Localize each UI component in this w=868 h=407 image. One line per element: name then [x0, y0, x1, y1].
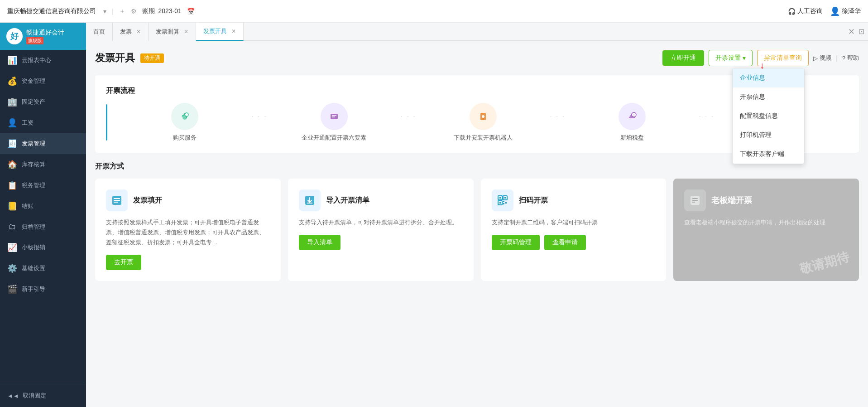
flow-divider — [106, 104, 115, 141]
scan-card-header: 扫码开票 — [492, 189, 656, 211]
flow-step-buy-label: 购买服务 — [173, 134, 197, 142]
tab-expand-icon[interactable]: ⊡ — [858, 27, 864, 36]
sidebar-item-settlement[interactable]: 📒 结账 — [0, 196, 86, 217]
archive-icon: 🗂 — [7, 222, 17, 232]
boss-card-icon — [684, 189, 706, 211]
svg-rect-7 — [331, 114, 338, 119]
page-content: 发票开具 待开通 立即开通 开票设置 ▾ 异常清单查询 ▷ 视频 | — [86, 41, 868, 407]
dropdown-arrow-icon: ▾ — [743, 54, 746, 62]
logo-badge: 旗舰版 — [26, 37, 43, 44]
sidebar-item-label: 工资 — [22, 119, 34, 127]
sidebar-item-cloud-report[interactable]: 📊 云报表中心 — [0, 50, 86, 71]
separator: | — [836, 54, 838, 62]
tab-invoice-calc[interactable]: 发票测算 ✕ — [149, 23, 196, 41]
scan-card-actions: 开票码管理 查看申请 — [492, 235, 656, 250]
headset-icon: 🎧 — [788, 8, 796, 15]
content-area: 首页 发票 ✕ 发票测算 ✕ 发票开具 ✕ ✕ ⊡ — [86, 23, 868, 407]
import-list-btn[interactable]: 导入清单 — [299, 235, 340, 250]
company-dropdown-icon[interactable]: ▾ — [103, 8, 106, 15]
logo-text: 畅捷通好会计 — [26, 28, 64, 36]
dropdown-item-download-client[interactable]: 下载开票客户端 — [733, 145, 804, 164]
fill-card-icon — [106, 189, 128, 211]
sidebar-item-label: 库存核算 — [22, 160, 45, 169]
tab-bar: 首页 发票 ✕ 发票测算 ✕ 发票开具 ✕ ✕ ⊡ — [86, 23, 868, 41]
tab-invoice[interactable]: 发票 ✕ — [113, 23, 149, 41]
tab-invoice-calc-close[interactable]: ✕ — [184, 29, 188, 35]
sidebar-item-tax[interactable]: 📋 税务管理 — [0, 175, 86, 196]
import-card-desc: 支持导入待开票清单，可对待开票清单进行拆分、合并处理。 — [299, 218, 463, 228]
boss-card-title: 老板端开票 — [711, 195, 752, 206]
fill-card-header: 发票填开 — [106, 189, 270, 211]
config-step-icon — [321, 103, 348, 130]
user-info[interactable]: 👤 徐泽华 — [830, 6, 861, 16]
sidebar-item-guide[interactable]: 🎬 新手引导 — [0, 279, 86, 300]
svg-point-12 — [482, 115, 484, 118]
tab-invoice-close[interactable]: ✕ — [136, 29, 141, 35]
dropdown-item-invoice-info[interactable]: 开票信息 — [733, 87, 804, 107]
connector3: · · · — [550, 112, 565, 120]
methods-section: 开票方式 — [95, 162, 859, 281]
dropdown-item-company[interactable]: 企业信息 — [733, 68, 804, 87]
sidebar-item-fixed-assets[interactable]: 🏢 固定资产 — [0, 92, 86, 112]
settings-icon[interactable]: ⚙ — [131, 8, 137, 15]
connector2: · · · — [401, 112, 416, 120]
sidebar-item-finance[interactable]: 💰 资金管理 — [0, 71, 86, 92]
calendar-icon[interactable]: 📅 — [187, 8, 195, 15]
sidebar-item-expense[interactable]: 📈 小畅报销 — [0, 237, 86, 258]
add-company-icon[interactable]: ＋ — [119, 7, 125, 15]
company-name[interactable]: 重庆畅捷交通信息咨询有限公司 — [7, 7, 96, 15]
finance-icon: 💰 — [7, 76, 17, 86]
abnormal-btn[interactable]: 异常清单查询 — [757, 50, 809, 66]
flow-step-download-label: 下载并安装开票机器人 — [454, 134, 513, 142]
sidebar-item-label: 小畅报销 — [22, 243, 45, 252]
flow-step-buy: + 购买服务 — [118, 103, 252, 142]
dropdown-item-printer[interactable]: 打印机管理 — [733, 126, 804, 145]
dropdown-item-tax-config[interactable]: 配置税盘信息 — [733, 107, 804, 126]
activate-btn[interactable]: 立即开通 — [662, 50, 704, 66]
sidebar-item-label: 云报表中心 — [22, 56, 51, 64]
svg-rect-35 — [503, 201, 504, 202]
method-card-import: 导入开票清单 支持导入待开票清单，可对待开票清单进行拆分、合并处理。 导入清单 — [288, 179, 474, 281]
method-card-fill: 发票填开 支持按照发票样式手工填开发票；可开具增值税电子普通发票、增值税普通发票… — [95, 179, 281, 281]
sidebar-logo: 好 畅捷通好会计 旗舰版 — [0, 23, 86, 50]
payroll-icon: 👤 — [7, 118, 17, 128]
fill-go-btn[interactable]: 去开票 — [106, 255, 141, 270]
boss-card-header: 老板端开票 — [684, 189, 848, 211]
scan-card-desc: 支持定制开票二维码，客户端可扫码开票 — [492, 218, 656, 228]
sidebar-item-payroll[interactable]: 👤 工资 — [0, 112, 86, 133]
sidebar-item-archive[interactable]: 🗂 归档管理 — [0, 217, 86, 237]
connector1: · · · — [252, 112, 267, 120]
flow-step-tax: + 新增税盘 — [566, 103, 699, 142]
video-btn[interactable]: ▷ 视频 — [813, 54, 831, 62]
top-bar-right: 🎧 人工咨询 👤 徐泽华 — [788, 6, 861, 16]
svg-rect-34 — [499, 202, 501, 204]
method-card-boss: 老板端开票 查看老板端小程序提交的开票申请，并作出相应的处理 敬请期待 — [673, 179, 859, 281]
tab-invoice-issue[interactable]: 发票开具 ✕ — [196, 23, 244, 41]
sidebar-item-inventory[interactable]: 🏠 库存核算 — [0, 154, 86, 175]
divider: | — [112, 8, 114, 15]
fill-card-title: 发票填开 — [133, 196, 162, 205]
fixed-assets-icon: 🏢 — [7, 97, 17, 107]
play-icon: ▷ — [813, 55, 818, 62]
unpin-icon: ◄◄ — [7, 392, 19, 399]
qr-manage-btn[interactable]: 开票码管理 — [492, 235, 540, 250]
tab-home[interactable]: 首页 — [86, 23, 113, 41]
sidebar-item-invoice[interactable]: 🧾 发票管理 — [0, 133, 86, 154]
settlement-icon: 📒 — [7, 201, 17, 211]
sidebar-item-settings[interactable]: ⚙️ 基础设置 — [0, 258, 86, 279]
sidebar-item-label: 基础设置 — [22, 264, 45, 272]
svg-rect-37 — [503, 203, 504, 204]
svg-rect-32 — [499, 197, 501, 199]
flow-step-config: 企业开通配置开票六要素 — [267, 103, 401, 142]
view-apply-btn[interactable]: 查看申请 — [544, 235, 586, 250]
tax-icon: 📋 — [7, 180, 17, 190]
status-badge: 待开通 — [140, 53, 164, 63]
tab-close-icon[interactable]: ✕ — [848, 27, 855, 37]
tab-invoice-issue-close[interactable]: ✕ — [231, 28, 236, 34]
period-label: 账期 2023-01 — [142, 7, 182, 15]
sidebar-item-label: 结账 — [22, 202, 34, 210]
settings-btn[interactable]: 开票设置 ▾ — [709, 50, 753, 66]
ai-consult-btn[interactable]: 🎧 人工咨询 — [788, 7, 823, 15]
unpin-btn[interactable]: ◄◄ 取消固定 — [7, 388, 79, 403]
help-btn[interactable]: ? 帮助 — [842, 54, 859, 62]
